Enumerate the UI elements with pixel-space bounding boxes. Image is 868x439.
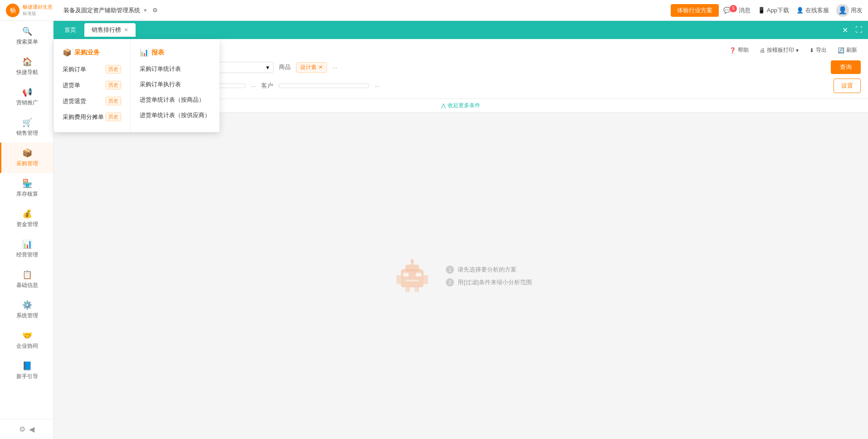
sidebar-settings-btn[interactable]: ⚙ [19,425,25,434]
purchase-business-col: 📦 采购业务 采购订单 历史 进货单 历史 进货退货 历史 采购费用分摊单 历史 [54,39,131,132]
svg-rect-6 [403,273,409,276]
inventory-icon: 🏪 [22,178,32,188]
sidebar-item-basic[interactable]: 📋 基础信息 [0,264,53,295]
sidebar-item-guide[interactable]: 📘 新手引导 [0,355,53,386]
logo-text: 畅捷通好生意 [23,4,53,10]
query-button[interactable]: 查询 [831,60,861,74]
customer-label: 客户 [261,82,273,90]
tab-home[interactable]: 首页 [57,23,83,37]
tab-sales-ranking[interactable]: 销售排行榜 ✕ [84,23,136,37]
sidebar-label-system: 系统管理 [16,312,38,320]
menu-item-goods-stats[interactable]: 进货单统计表（按商品） [131,92,219,108]
report-col-title: 报表 [151,49,164,57]
menu-item-supplier-stats[interactable]: 进货单统计表（按供应商） [131,108,219,123]
menu-item-po-stats[interactable]: 采购订单统计表 [131,61,219,77]
menu-item-incoming[interactable]: 进货单 历史 [54,77,130,93]
sidebar-item-operations[interactable]: 📊 经营管理 [0,234,53,264]
report-col-icon: 📊 [140,48,149,57]
purchase-col-header: 📦 采购业务 [54,46,130,61]
sidebar-item-purchase[interactable]: 📦 采购管理 [0,143,53,173]
return-hist: 历史 [106,97,121,105]
finance-icon: 💰 [22,209,32,219]
sidebar-label-purchase: 采购管理 [16,160,38,168]
svg-rect-8 [405,280,419,281]
salesperson-more[interactable]: ··· [251,83,256,89]
step-2-num: 2 [446,278,454,286]
sidebar-item-finance[interactable]: 💰 资金管理 [0,203,53,234]
goods-stats-label: 进货单统计表（按商品） [140,96,205,104]
sidebar-collapse-btn[interactable]: ◀ [29,425,34,434]
tab-maximize-icon[interactable]: ⛶ [853,24,864,36]
menu-item-expense[interactable]: 采购费用分摊单 历史 [54,109,130,125]
top-navbar: 畅 畅捷通好生意 标准版 装备及固定资产辅助管理系统 ▾ ⚙ 体验行业方案 💬 … [0,0,868,21]
tab-close-all-icon[interactable]: ✕ [840,24,850,36]
goods-tag: 设计素 ✕ [296,62,327,73]
system-settings-icon[interactable]: ⚙ [152,7,158,14]
refresh-icon: 🔄 [838,47,844,54]
print-btn[interactable]: 🖨 按模板打印 ▾ [756,44,802,56]
menu-item-po-exec[interactable]: 采购订单执行表 [131,77,219,92]
return-label: 进货退货 [63,97,86,105]
purchase-icon: 📦 [22,148,32,158]
sidebar-item-sales[interactable]: 🛒 销售管理 [0,112,53,143]
purchase-order-hist: 历史 [106,65,121,74]
expense-label: 采购费用分摊单 [63,113,104,121]
sidebar-item-search[interactable]: 🔍 搜索菜单 [0,21,53,51]
print-dropdown-icon: ▾ [796,47,799,54]
app-download-item[interactable]: 📱 App下载 [758,6,789,15]
tab-close-icon[interactable]: ✕ [124,27,128,33]
goods-tag-close[interactable]: ✕ [318,64,323,70]
app-download-label: App下载 [767,6,789,15]
sidebar-item-system[interactable]: ⚙️ 系统管理 [0,295,53,325]
online-service-item[interactable]: 👤 在线客服 [796,6,829,15]
empty-text: 1 请先选择要分析的方案 2 用[过滤]条件来缩小分析范围 [446,266,532,286]
basic-icon: 📋 [22,270,32,280]
sidebar-bottom: ⚙ ◀ [0,419,53,439]
phone-icon: 📱 [758,7,765,14]
supplier-stats-label: 进货单统计表（按供应商） [140,111,210,119]
sidebar-item-enterprise[interactable]: 🤝 企业协同 [0,325,53,355]
sidebar-item-quick[interactable]: 🏠 快捷导航 [0,51,53,82]
help-btn[interactable]: ❓ 帮助 [726,44,752,56]
home-icon: 🏠 [22,57,32,67]
system-icon: ⚙️ [22,300,32,310]
empty-state: 1 请先选择要分析的方案 2 用[过滤]条件来缩小分析范围 [54,113,868,439]
sidebar-label-quick: 快捷导航 [16,69,38,76]
industry-btn[interactable]: 体验行业方案 [671,4,719,17]
print-label: 按模板打印 [767,46,794,54]
empty-illustration [390,253,435,299]
tab-sales-ranking-label: 销售排行榜 [92,26,121,34]
sales-icon: 🛒 [22,118,32,128]
sidebar-item-inventory[interactable]: 🏪 库存核算 [0,173,53,203]
settings-button[interactable]: 设置 [834,79,861,93]
report-col-header: 📊 报表 [131,46,219,61]
sidebar-label-enterprise: 企业协同 [16,342,38,350]
user-item[interactable]: 👤 用友 [836,4,863,17]
message-item[interactable]: 💬 9 消息 [723,6,751,15]
svg-rect-3 [405,265,419,271]
svg-point-5 [410,259,414,263]
sidebar-item-marketing[interactable]: 📢 营销推广 [0,82,53,112]
export-btn[interactable]: ⬇ 导出 [806,44,830,56]
customer-more[interactable]: ··· [375,83,380,89]
logo-sub: 标准版 [23,10,53,17]
help-label: 帮助 [738,46,749,54]
username-label: 用友 [851,6,863,15]
doc-status-dropdown-icon: ▾ [266,64,269,71]
sidebar: 🔍 搜索菜单 🏠 快捷导航 📢 营销推广 🛒 销售管理 📦 采购管理 🏪 库存核… [0,21,54,439]
customer-select[interactable] [278,84,369,88]
collapse-up-icon: ⋀ [441,103,446,109]
goods-more-options[interactable]: ··· [332,64,337,71]
menu-item-purchase-order[interactable]: 采购订单 历史 [54,61,130,77]
purchase-dropdown-menu: 📦 采购业务 采购订单 历史 进货单 历史 进货退货 历史 采购费用分摊单 历史… [54,39,219,132]
message-badge: 9 [730,5,737,12]
purchase-col-title: 采购业务 [74,49,100,57]
sidebar-label-inventory: 库存核算 [16,190,38,198]
incoming-hist: 历史 [106,81,121,89]
refresh-btn[interactable]: 🔄 刷新 [834,44,861,56]
system-dropdown-icon[interactable]: ▾ [144,7,147,14]
print-icon: 🖨 [760,47,765,54]
empty-hint-2: 2 用[过滤]条件来缩小分析范围 [446,278,532,286]
menu-item-return[interactable]: 进货退货 历史 [54,93,130,109]
tab-bar-right: ✕ ⛶ [840,24,864,36]
